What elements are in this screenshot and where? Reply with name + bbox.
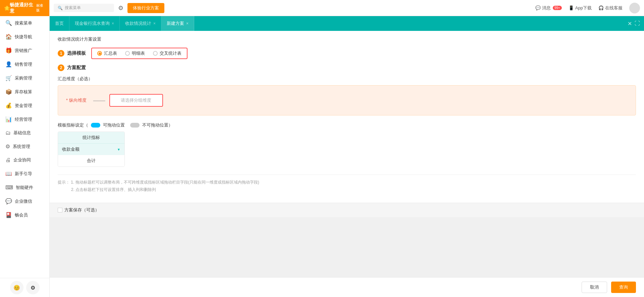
sidebar-icon-finance: 💰: [5, 102, 12, 109]
logo-icon: 🌟: [4, 5, 10, 11]
metric-total-label: 合计: [87, 158, 96, 163]
no-drag-text: 不可拖动位置）: [142, 122, 173, 128]
sidebar-label-member: 畅会员: [15, 212, 28, 218]
service-icon: 🎧: [598, 5, 604, 10]
tab-label-new-plan: 新建方案: [167, 20, 184, 27]
metric-col-row: 收款金额 ▼: [58, 144, 124, 155]
tab-new-plan[interactable]: 新建方案×: [161, 16, 194, 31]
close-window-icon[interactable]: ✕: [628, 20, 632, 27]
search-icon: 🔍: [58, 6, 63, 10]
sidebar-label-sales: 销售管理: [15, 61, 32, 67]
metric-settings-label: 模板指标设定（: [58, 122, 88, 128]
radio-detail-label: 明细表: [132, 50, 145, 56]
sidebar-item-marketing[interactable]: 🎁营销推广: [0, 44, 49, 57]
sidebar-item-quick-nav[interactable]: 🏠快捷导航: [0, 30, 49, 44]
tab-close-new-plan[interactable]: ×: [186, 21, 189, 26]
trial-btn[interactable]: 体验行业方案: [127, 3, 164, 13]
sidebar-icon-hardware: ⌨: [5, 184, 13, 191]
sidebar-icon-guide: 📖: [5, 170, 12, 177]
service-label: 在线客服: [605, 5, 623, 11]
sidebar-icon-base-info: 🗂: [5, 130, 11, 136]
cancel-button[interactable]: 取消: [582, 282, 607, 293]
tab-close-collection[interactable]: ×: [153, 21, 156, 26]
sidebar-bottom: 😊 ⚙: [0, 278, 49, 297]
metric-total-row: 合计: [58, 155, 124, 166]
draggable-indicator: [91, 123, 100, 128]
expand-window-icon[interactable]: ⛶: [635, 20, 640, 27]
section2-header: 2 方案配置: [58, 64, 636, 71]
sidebar-label-hardware: 智能硬件: [16, 185, 33, 191]
sidebar-item-member[interactable]: 🎴畅会员: [0, 208, 49, 222]
user-avatar[interactable]: [629, 3, 640, 13]
save-option-checkbox[interactable]: 方案保存（可选）: [58, 207, 99, 213]
tabbar: 首页现金银行流水查询×收款情况统计×新建方案× ✕ ⛶: [50, 16, 644, 31]
dimension-section-title: 汇总维度（必选）: [58, 76, 636, 82]
sidebar-label-quick-nav: 快捷导航: [15, 34, 32, 40]
sidebar-icon-marketing: 🎁: [5, 47, 12, 54]
message-label: 消息: [542, 5, 551, 11]
app-name: 畅捷通好生意: [10, 2, 35, 14]
sidebar-label-operations: 经营管理: [15, 116, 32, 122]
message-icon: 💬: [535, 5, 541, 10]
dimension-area: * 纵向维度 —— 请选择分组维度: [58, 85, 636, 115]
section2-num: 2: [58, 64, 64, 71]
sidebar-label-base-info: 基础信息: [13, 130, 31, 136]
sidebar-label-wechat: 企业微信: [15, 198, 32, 204]
metric-table-header: 统计指标: [58, 132, 124, 144]
save-checkbox-box: [58, 208, 62, 212]
message-btn[interactable]: 💬 消息 99+: [535, 5, 562, 11]
tab-label-collection: 收款情况统计: [125, 20, 151, 27]
sidebar-bottom-btn-1[interactable]: 😊: [10, 281, 23, 294]
sidebar-icon-search: 🔍: [5, 20, 12, 26]
sidebar-item-sales[interactable]: 👤销售管理: [0, 57, 49, 71]
section2-title: 方案配置: [67, 65, 86, 71]
sidebar-item-search[interactable]: 🔍搜索菜单: [0, 16, 49, 30]
dimension-row-label: * 纵向维度: [66, 97, 87, 103]
tab-collection[interactable]: 收款情况统计×: [120, 16, 161, 31]
download-label: App下载: [575, 5, 592, 11]
no-drag-indicator: [130, 123, 140, 128]
gear-icon[interactable]: ⚙: [118, 4, 123, 12]
sidebar-item-inventory[interactable]: 📦库存核算: [0, 85, 49, 99]
topbar-right: 💬 消息 99+ 📱 App下载 🎧 在线客服: [535, 3, 640, 13]
sidebar-item-hardware[interactable]: ⌨智能硬件: [0, 181, 49, 194]
tab-close-cashflow[interactable]: ×: [112, 21, 114, 26]
topbar: 🔍 搜索菜单 ⚙ 体验行业方案 💬 消息 99+ 📱 App下载 🎧 在线客服: [50, 0, 644, 16]
sidebar-icon-operations: 📊: [5, 116, 12, 122]
sidebar-item-wechat[interactable]: 💬企业微信: [0, 194, 49, 208]
tab-home[interactable]: 首页: [50, 16, 69, 31]
search-box[interactable]: 🔍 搜索菜单: [54, 4, 114, 12]
sidebar-item-base-info[interactable]: 🗂基础信息: [0, 126, 49, 140]
dimension-select-box[interactable]: 请选择分组维度: [109, 94, 163, 107]
metric-col-dropdown-icon[interactable]: ▼: [117, 148, 120, 151]
sidebar-item-guide[interactable]: 📖新手引导: [0, 167, 49, 181]
app-version: 标准版: [36, 3, 45, 13]
radio-detail[interactable]: 明细表: [125, 50, 145, 56]
footer: 取消 查询: [50, 277, 644, 297]
sidebar-item-collab[interactable]: 🖨企业协同: [0, 153, 49, 167]
radio-cross-label: 交叉统计表: [160, 50, 181, 56]
dimension-arrow-icon: ——: [93, 97, 105, 104]
sidebar-icon-collab: 🖨: [5, 157, 11, 163]
sidebar-item-operations[interactable]: 📊经营管理: [0, 112, 49, 126]
template-select-area: 汇总表 明细表 交叉统计表: [91, 48, 187, 59]
sidebar-item-finance[interactable]: 💰资金管理: [0, 99, 49, 112]
sidebar-icon-purchase: 🛒: [5, 75, 12, 81]
service-btn[interactable]: 🎧 在线客服: [598, 5, 623, 11]
download-icon: 📱: [569, 5, 574, 10]
sidebar-icon-member: 🎴: [5, 212, 12, 218]
tab-cashflow[interactable]: 现金银行流水查询×: [69, 16, 120, 31]
download-btn[interactable]: 📱 App下载: [569, 5, 592, 11]
tab-label-home: 首页: [55, 20, 64, 27]
sidebar-label-search: 搜索菜单: [15, 20, 32, 26]
query-button[interactable]: 查询: [611, 282, 636, 293]
sidebar-icon-inventory: 📦: [5, 89, 12, 95]
radio-summary[interactable]: 汇总表: [97, 50, 117, 56]
sidebar-label-marketing: 营销推广: [15, 48, 32, 54]
sidebar-item-purchase[interactable]: 🛒采购管理: [0, 71, 49, 85]
sidebar-label-purchase: 采购管理: [15, 75, 32, 81]
sidebar-item-system[interactable]: ⚙系统管理: [0, 140, 49, 153]
section1-header: 1 选择模板 汇总表 明细表 交叉统计表: [58, 48, 636, 59]
radio-cross[interactable]: 交叉统计表: [153, 50, 181, 56]
sidebar-bottom-btn-2[interactable]: ⚙: [26, 281, 40, 294]
